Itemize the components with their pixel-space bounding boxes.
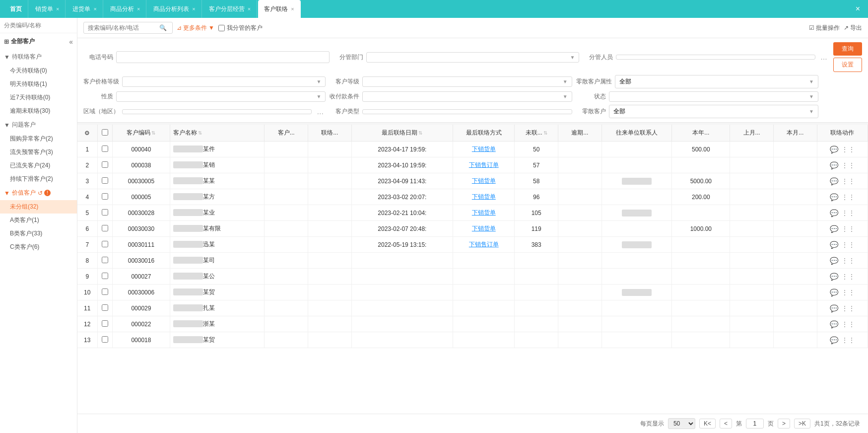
row-check[interactable] [97, 285, 112, 300]
nav-tab-home[interactable]: 首页 [4, 0, 28, 18]
window-close-btn[interactable]: × [852, 4, 864, 13]
row-checkbox[interactable] [102, 209, 108, 216]
pay-select[interactable]: ▼ [362, 91, 572, 102]
row-check[interactable] [97, 237, 112, 253]
sidebar-item-ungroup[interactable]: 未分组(32) [0, 200, 77, 214]
more-action-icon[interactable]: ⋮⋮ [841, 193, 855, 201]
more-action-icon[interactable]: ⋮⋮ [841, 241, 855, 249]
sidebar-item-today-pending[interactable]: 今天待联络(0) [0, 64, 77, 77]
row-checkbox[interactable] [102, 241, 108, 247]
chat-icon[interactable]: 💬 [830, 304, 838, 312]
sidebar-item-churn-warning[interactable]: 流失预警客户(3) [0, 145, 77, 159]
row-check[interactable] [97, 253, 112, 269]
row-checkbox[interactable] [102, 304, 108, 311]
close-customer-tier-tab[interactable]: × [248, 6, 251, 12]
more-conditions-btn[interactable]: ⊿ 更多条件 ▼ [177, 24, 214, 32]
refresh-icon[interactable]: ↺ [38, 190, 43, 197]
sidebar-item-hoarding[interactable]: 囤购异常客户(2) [0, 132, 77, 145]
nav-tab-customer-contact[interactable]: 客户联络 × [258, 0, 300, 18]
row-check[interactable] [97, 157, 112, 173]
row-check[interactable] [97, 205, 112, 221]
row-checkbox[interactable] [102, 257, 108, 263]
sidebar-item-class-a[interactable]: A类客户(1) [0, 214, 77, 227]
sidebar-group-problem[interactable]: ▼ 问题客户 [0, 118, 77, 132]
more-action-icon[interactable]: ⋮⋮ [841, 145, 855, 153]
row-checkbox[interactable] [102, 177, 108, 184]
close-customer-contact-tab[interactable]: × [291, 6, 294, 12]
nav-tab-sales[interactable]: 销货单 × [29, 0, 66, 18]
attr-select[interactable]: 全部 ▼ [615, 75, 818, 88]
last-method-link[interactable]: 下销货单 [472, 145, 496, 152]
chat-icon[interactable]: 💬 [830, 320, 838, 328]
export-btn[interactable]: ↗ 导出 [844, 24, 862, 32]
reset-button[interactable]: 设置 [833, 58, 862, 72]
row-check[interactable] [97, 142, 112, 157]
sidebar-item-overdue-pending[interactable]: 逾期未联络(30) [0, 104, 77, 118]
nav-tab-analysis[interactable]: 商品分析 × [104, 0, 146, 18]
row-checkbox[interactable] [102, 193, 108, 200]
close-analysis-list-tab[interactable]: × [192, 6, 195, 12]
row-checkbox[interactable] [102, 320, 108, 327]
chat-icon[interactable]: 💬 [830, 273, 838, 281]
sidebar-item-churned[interactable]: 已流失客户(24) [0, 159, 77, 172]
more-action-icon[interactable]: ⋮⋮ [841, 289, 855, 296]
row-check[interactable] [97, 221, 112, 237]
person-select[interactable] [616, 55, 815, 60]
bulk-op-btn[interactable]: ☑ 批量操作 [809, 24, 840, 32]
prev-page-btn[interactable]: < [720, 419, 732, 429]
chat-icon[interactable]: 💬 [830, 177, 838, 185]
th-settings[interactable]: ⚙ [77, 125, 97, 142]
chat-icon[interactable]: 💬 [830, 193, 838, 201]
person-more-btn[interactable]: … [818, 53, 829, 61]
chat-icon[interactable]: 💬 [830, 209, 838, 217]
more-action-icon[interactable]: ⋮⋮ [841, 320, 855, 328]
row-check[interactable] [97, 189, 112, 205]
row-check[interactable] [97, 316, 112, 332]
last-method-link[interactable]: 下销货单 [472, 209, 496, 216]
region-more-btn[interactable]: … [315, 108, 326, 116]
page-number-input[interactable] [746, 419, 764, 429]
more-action-icon[interactable]: ⋮⋮ [841, 209, 855, 217]
nav-tab-customer-tier[interactable]: 客户分层经营 × [203, 0, 257, 18]
chat-icon[interactable]: 💬 [830, 336, 838, 344]
row-checkbox[interactable] [102, 225, 108, 231]
th-check[interactable] [97, 125, 112, 142]
status-select[interactable]: ▼ [609, 91, 818, 102]
more-action-icon[interactable]: ⋮⋮ [841, 257, 855, 265]
page-size-select[interactable]: 50 20 100 [668, 418, 695, 429]
close-purchase-tab[interactable]: × [93, 6, 96, 12]
more-action-icon[interactable]: ⋮⋮ [841, 177, 855, 185]
my-customers-checkbox[interactable] [218, 25, 225, 31]
customer-type-select[interactable] [362, 109, 572, 114]
price-level-select[interactable]: ▼ [122, 76, 326, 87]
row-checkbox[interactable] [102, 273, 108, 279]
nav-tab-purchase[interactable]: 进货单 × [67, 0, 103, 18]
sidebar-item-tomorrow-pending[interactable]: 明天待联络(1) [0, 77, 77, 91]
more-action-icon[interactable]: ⋮⋮ [841, 161, 855, 169]
last-page-btn[interactable]: >K [794, 419, 810, 429]
chat-icon[interactable]: 💬 [830, 241, 838, 249]
chat-icon[interactable]: 💬 [830, 161, 838, 169]
select-all-checkbox[interactable] [102, 129, 108, 136]
customer-level-select[interactable]: ▼ [362, 76, 572, 87]
sidebar-collapse-btn[interactable]: « [69, 38, 73, 46]
query-button[interactable]: 查询 [833, 42, 862, 56]
sidebar-item-class-b[interactable]: B类客户(33) [0, 227, 77, 240]
dept-select[interactable]: ▼ [366, 52, 580, 63]
more-action-icon[interactable]: ⋮⋮ [841, 273, 855, 281]
row-check[interactable] [97, 269, 112, 285]
sidebar-group-value[interactable]: ▼ 价值客户 ↺ ! [0, 186, 77, 200]
last-method-link[interactable]: 下销售订单 [469, 161, 499, 168]
close-analysis-tab[interactable]: × [137, 6, 140, 12]
phone-input[interactable] [116, 51, 330, 63]
search-input[interactable] [88, 24, 157, 31]
sidebar-item-declining[interactable]: 持续下滑客户(2) [0, 172, 77, 186]
sidebar-group-pending[interactable]: ▼ 待联络客户 [0, 50, 77, 64]
sidebar-item-7day-pending[interactable]: 近7天待联络(0) [0, 91, 77, 104]
row-checkbox[interactable] [102, 336, 108, 343]
last-method-link[interactable]: 下销售订单 [469, 241, 499, 248]
more-action-icon[interactable]: ⋮⋮ [841, 336, 855, 344]
more-action-icon[interactable]: ⋮⋮ [841, 225, 855, 233]
nav-tab-analysis-list[interactable]: 商品分析列表 × [147, 0, 201, 18]
chat-icon[interactable]: 💬 [830, 289, 838, 296]
